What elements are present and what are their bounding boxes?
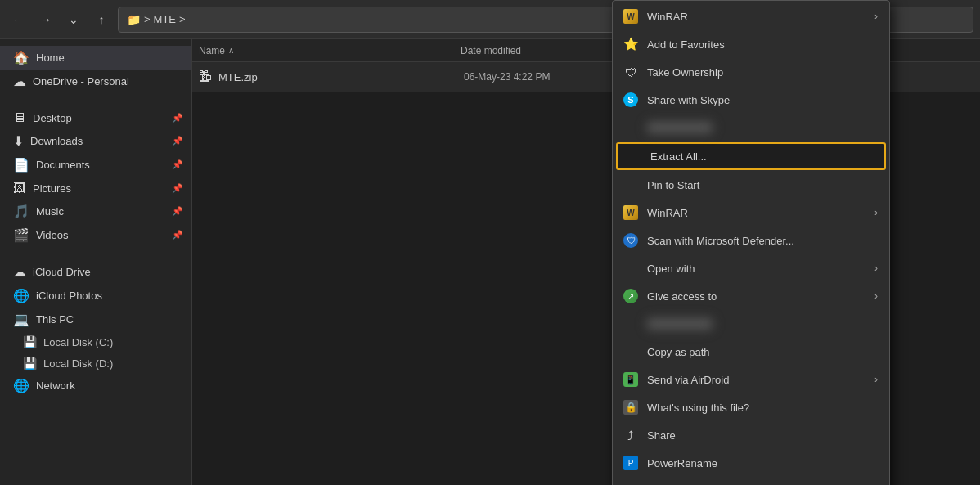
address-path: MTE	[154, 13, 176, 25]
network-icon: 🌐	[13, 378, 29, 393]
drive-c-icon: 💾	[23, 335, 37, 348]
sidebar-item-this-pc[interactable]: 💻 This PC	[0, 308, 191, 331]
this-pc-icon: 💻	[13, 312, 29, 327]
main-layout: 🏠 Home ☁ OneDrive - Personal 🖥 Desktop 📌…	[0, 39, 980, 485]
context-menu-whats-using[interactable]: 🔒 What's using this file?	[613, 393, 889, 421]
copy-path-icon	[623, 344, 639, 360]
downloads-icon: ⬇	[13, 133, 24, 149]
context-menu-restore[interactable]: Restore previous versions	[613, 477, 889, 485]
sidebar-item-icloud-photos[interactable]: 🌐 iCloud Photos	[0, 284, 191, 308]
give-access-icon: ↗	[623, 288, 639, 304]
folder-icon: 📁	[127, 13, 141, 26]
address-separator2: >	[179, 13, 186, 25]
sidebar: 🏠 Home ☁ OneDrive - Personal 🖥 Desktop 📌…	[0, 39, 192, 485]
sidebar-item-label: Documents	[36, 159, 165, 171]
sidebar-item-label: iCloud Drive	[33, 266, 183, 278]
sidebar-item-desktop[interactable]: 🖥 Desktop 📌	[0, 106, 191, 129]
context-menu-defender[interactable]: 🛡 Scan with Microsoft Defender...	[613, 227, 889, 254]
sidebar-item-music[interactable]: 🎵 Music 📌	[0, 200, 191, 223]
arrow-icon: ›	[874, 207, 878, 218]
onedrive-icon: ☁	[13, 74, 26, 89]
blank-icon2	[623, 316, 639, 332]
up-button[interactable]: ↑	[90, 8, 113, 31]
extract-icon	[626, 148, 642, 164]
winrar-mid-icon: W	[623, 204, 639, 221]
sidebar-item-icloud-drive[interactable]: ☁ iCloud Drive	[0, 260, 191, 284]
context-menu-extract-all[interactable]: Extract All...	[616, 142, 886, 170]
back-button[interactable]: ←	[7, 8, 29, 31]
share-icon: ⤴	[623, 427, 639, 443]
col-date-header: Date modified	[461, 45, 608, 56]
pictures-icon: 🖼	[13, 181, 26, 195]
arrow-icon: ›	[874, 263, 878, 274]
desktop-icon: 🖥	[13, 110, 26, 125]
airdroid-icon: 📱	[623, 371, 639, 388]
blank-icon	[623, 119, 639, 136]
context-menu-give-access[interactable]: ↗ Give access to ›	[613, 282, 889, 310]
sidebar-item-label: Network	[36, 379, 183, 392]
pin-icon: 📌	[172, 113, 183, 123]
sidebar-item-documents[interactable]: 📄 Documents 📌	[0, 153, 191, 177]
arrow-icon: ›	[874, 290, 878, 302]
open-with-icon	[623, 260, 639, 276]
sidebar-item-label: Pictures	[33, 182, 165, 195]
videos-icon: 🎬	[13, 227, 29, 243]
powerrename-icon: P	[623, 455, 639, 471]
sidebar-item-videos[interactable]: 🎬 Videos 📌	[0, 223, 191, 247]
context-menu-powerrename[interactable]: P PowerRename	[613, 449, 889, 477]
ownership-icon: 🛡	[623, 64, 639, 80]
sidebar-item-label: Local Disk (C:)	[43, 336, 113, 348]
icloud-photos-icon: 🌐	[13, 288, 29, 303]
favorites-icon: ⭐	[623, 39, 639, 52]
dropdown-button[interactable]: ⌄	[62, 8, 85, 31]
context-menu-add-favorites[interactable]: ⭐ Add to Favorites	[613, 39, 889, 58]
file-name: MTE.zip	[218, 71, 464, 83]
context-menu-open-with[interactable]: Open with ›	[613, 254, 889, 282]
context-menu-winrar-mid[interactable]: W WinRAR ›	[613, 199, 889, 227]
sidebar-item-network[interactable]: 🌐 Network	[0, 374, 191, 397]
pin-icon: 📌	[172, 159, 183, 170]
pin-start-icon	[623, 177, 639, 193]
sidebar-item-label: Local Disk (D:)	[43, 357, 113, 370]
context-menu-pin-start[interactable]: Pin to Start	[613, 171, 889, 199]
zip-file-icon: 🗜	[199, 70, 212, 84]
pin-icon: 📌	[172, 136, 183, 146]
context-menu-airdroid[interactable]: 📱 Send via AirDroid ›	[613, 366, 889, 393]
context-menu-blurred-1	[613, 114, 889, 141]
sidebar-item-label: This PC	[36, 313, 183, 326]
sidebar-item-label: Videos	[36, 229, 165, 241]
context-menu: W WinRAR › ⭐ Add to Favorites 🛡 Take Own…	[612, 39, 890, 485]
sidebar-item-label: Music	[36, 205, 165, 218]
context-menu-share[interactable]: ⤴ Share	[613, 421, 889, 449]
sidebar-item-label: OneDrive - Personal	[33, 75, 183, 88]
sidebar-item-onedrive[interactable]: ☁ OneDrive - Personal	[0, 70, 191, 93]
sidebar-item-label: Desktop	[33, 112, 165, 124]
sidebar-item-downloads[interactable]: ⬇ Downloads 📌	[0, 129, 191, 153]
music-icon: 🎵	[13, 204, 29, 219]
arrow-icon: ›	[874, 374, 878, 385]
address-separator: >	[144, 13, 151, 25]
sidebar-item-home[interactable]: 🏠 Home	[0, 46, 191, 70]
defender-icon: 🛡	[623, 232, 639, 249]
file-date: 06-May-23 4:22 PM	[464, 71, 611, 83]
pin-icon: 📌	[172, 230, 183, 240]
pin-icon: 📌	[172, 206, 183, 217]
context-menu-blurred-2	[613, 310, 889, 338]
sidebar-item-local-d[interactable]: 💾 Local Disk (D:)	[0, 353, 191, 374]
icloud-drive-icon: ☁	[13, 264, 26, 280]
sidebar-item-label: Downloads	[30, 135, 165, 147]
sidebar-divider	[0, 247, 191, 260]
context-menu-copy-path[interactable]: Copy as path	[613, 338, 889, 366]
col-name-header: Name ∧	[199, 45, 461, 56]
sidebar-item-label: Home	[36, 52, 183, 64]
context-menu-share-skype[interactable]: S Share with Skype	[613, 86, 889, 114]
context-menu-take-ownership[interactable]: 🛡 Take Ownership	[613, 58, 889, 86]
sidebar-item-label: iCloud Photos	[36, 290, 183, 302]
sidebar-item-local-c[interactable]: 💾 Local Disk (C:)	[0, 331, 191, 353]
sidebar-divider	[0, 93, 191, 106]
home-icon: 🏠	[13, 50, 29, 65]
pin-icon: 📌	[172, 183, 183, 194]
drive-d-icon: 💾	[23, 357, 37, 370]
forward-button[interactable]: →	[34, 8, 57, 31]
sidebar-item-pictures[interactable]: 🖼 Pictures 📌	[0, 177, 191, 200]
